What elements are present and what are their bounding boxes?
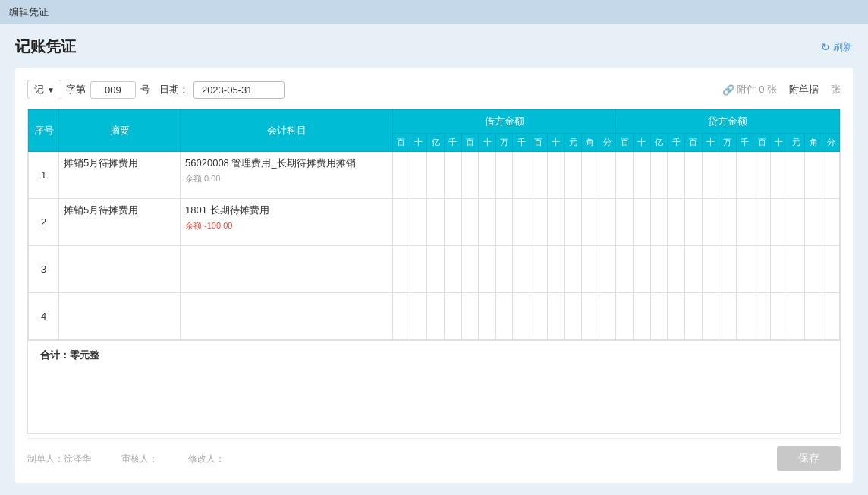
row-1-amt-12[interactable] xyxy=(599,152,616,199)
row-3-account[interactable] xyxy=(181,246,393,293)
row-1-amt-18[interactable] xyxy=(702,152,719,199)
row-4-amt-11[interactable] xyxy=(582,293,599,340)
row-3-amt-7[interactable] xyxy=(513,246,530,293)
row-2-amt-7[interactable] xyxy=(513,199,530,246)
row-1-amt-11[interactable] xyxy=(582,152,599,199)
row-3-amt-16[interactable] xyxy=(668,246,685,293)
row-3-amt-6[interactable] xyxy=(495,246,513,293)
row-2-amt-12[interactable] xyxy=(599,199,616,246)
attachment-doc[interactable]: 附单据 xyxy=(789,83,819,96)
row-2-amt-20[interactable] xyxy=(736,199,753,246)
row-3-amt-9[interactable] xyxy=(547,246,565,293)
row-4-amt-7[interactable] xyxy=(513,293,530,340)
row-3-amt-10[interactable] xyxy=(565,246,582,293)
row-3-amt-4[interactable] xyxy=(461,246,479,293)
row-3-amt-24[interactable] xyxy=(805,246,822,293)
row-1-amt-10[interactable] xyxy=(565,152,582,199)
row-2-amt-6[interactable] xyxy=(495,199,513,246)
row-2-amt-14[interactable] xyxy=(633,199,650,246)
row-3-amt-11[interactable] xyxy=(582,246,599,293)
row-2-amt-13[interactable] xyxy=(616,199,634,246)
row-1-amt-14[interactable] xyxy=(633,152,650,199)
row-4-account[interactable] xyxy=(181,293,393,340)
row-4-amt-2[interactable] xyxy=(427,293,445,340)
row-2-amt-0[interactable] xyxy=(393,199,410,246)
row-4-amt-14[interactable] xyxy=(633,293,650,340)
row-1-amt-0[interactable] xyxy=(393,152,410,199)
row-1-amt-20[interactable] xyxy=(736,152,753,199)
row-2-amt-10[interactable] xyxy=(565,199,582,246)
row-4-amt-20[interactable] xyxy=(736,293,753,340)
row-1-amt-13[interactable] xyxy=(616,152,634,199)
row-1-amt-5[interactable] xyxy=(479,152,496,199)
row-3-amt-22[interactable] xyxy=(771,246,788,293)
row-4-amt-3[interactable] xyxy=(444,293,461,340)
row-1-amt-16[interactable] xyxy=(668,152,685,199)
table-row[interactable]: 4 xyxy=(29,293,840,340)
row-3-amt-19[interactable] xyxy=(719,246,737,293)
row-1-amt-8[interactable] xyxy=(530,152,548,199)
row-1-amt-4[interactable] xyxy=(461,152,479,199)
row-3-amt-21[interactable] xyxy=(753,246,771,293)
row-1-amt-9[interactable] xyxy=(547,152,565,199)
row-2-amt-1[interactable] xyxy=(410,199,427,246)
row-4-amt-6[interactable] xyxy=(495,293,513,340)
row-4-amt-10[interactable] xyxy=(565,293,582,340)
row-2-amt-9[interactable] xyxy=(547,199,565,246)
type-select[interactable]: 记 ▼ xyxy=(27,80,61,99)
row-3-amt-5[interactable] xyxy=(479,246,496,293)
row-2-amt-25[interactable] xyxy=(822,199,840,246)
number-input[interactable]: 009 xyxy=(90,81,136,99)
row-3-amt-14[interactable] xyxy=(633,246,650,293)
attachment-link[interactable]: 🔗 附件 0 张 xyxy=(722,83,777,96)
row-3-amt-25[interactable] xyxy=(822,246,840,293)
row-1-amt-23[interactable] xyxy=(788,152,805,199)
row-3-amt-20[interactable] xyxy=(736,246,753,293)
row-4-amt-5[interactable] xyxy=(479,293,496,340)
row-3-amt-13[interactable] xyxy=(616,246,634,293)
table-row[interactable]: 1摊销5月待摊费用56020008 管理费用_长期待摊费用摊销余额:0.00 xyxy=(29,152,840,199)
row-1-amt-24[interactable] xyxy=(805,152,822,199)
row-3-amt-17[interactable] xyxy=(684,246,702,293)
row-3-amt-12[interactable] xyxy=(599,246,616,293)
row-1-amt-3[interactable] xyxy=(444,152,461,199)
row-2-amt-18[interactable] xyxy=(702,199,719,246)
row-4-amt-8[interactable] xyxy=(530,293,548,340)
row-4-amt-4[interactable] xyxy=(461,293,479,340)
row-3-amt-2[interactable] xyxy=(427,246,445,293)
row-2-amt-4[interactable] xyxy=(461,199,479,246)
row-4-amt-19[interactable] xyxy=(719,293,737,340)
row-2-amt-8[interactable] xyxy=(530,199,548,246)
row-4-amt-24[interactable] xyxy=(805,293,822,340)
row-2-amt-19[interactable] xyxy=(719,199,737,246)
row-2-amt-21[interactable] xyxy=(753,199,771,246)
row-2-amt-5[interactable] xyxy=(479,199,496,246)
row-1-amt-21[interactable] xyxy=(753,152,771,199)
row-2-amt-24[interactable] xyxy=(805,199,822,246)
row-1-amt-2[interactable] xyxy=(427,152,445,199)
table-row[interactable]: 2摊销5月待摊费用1801 长期待摊费用余额:-100.00 xyxy=(29,199,840,246)
row-4-amt-23[interactable] xyxy=(788,293,805,340)
row-4-amt-16[interactable] xyxy=(668,293,685,340)
refresh-button[interactable]: ↻ 刷新 xyxy=(821,40,853,54)
row-4-amt-22[interactable] xyxy=(771,293,788,340)
row-1-amt-6[interactable] xyxy=(495,152,513,199)
row-1-amt-25[interactable] xyxy=(822,152,840,199)
row-3-amt-0[interactable] xyxy=(393,246,410,293)
row-2-account[interactable]: 1801 长期待摊费用余额:-100.00 xyxy=(181,199,393,246)
row-4-amt-9[interactable] xyxy=(547,293,565,340)
row-1-amt-22[interactable] xyxy=(771,152,788,199)
date-input[interactable]: 2023-05-31 xyxy=(193,81,285,99)
row-1-amt-19[interactable] xyxy=(719,152,737,199)
row-3-amt-15[interactable] xyxy=(650,246,668,293)
row-3-amt-18[interactable] xyxy=(702,246,719,293)
row-3-amt-23[interactable] xyxy=(788,246,805,293)
row-4-amt-12[interactable] xyxy=(599,293,616,340)
row-2-summary[interactable]: 摊销5月待摊费用 xyxy=(59,199,181,246)
row-3-amt-1[interactable] xyxy=(410,246,427,293)
row-3-amt-8[interactable] xyxy=(530,246,548,293)
row-2-amt-22[interactable] xyxy=(771,199,788,246)
row-2-amt-16[interactable] xyxy=(668,199,685,246)
row-4-summary[interactable] xyxy=(59,293,181,340)
row-2-amt-17[interactable] xyxy=(684,199,702,246)
